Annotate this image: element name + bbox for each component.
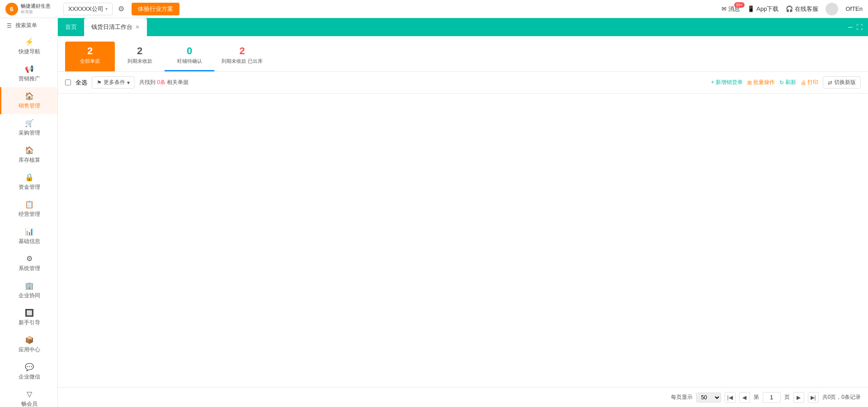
app-icon: 📱: [747, 5, 755, 12]
select-all-label: 全选: [75, 79, 87, 87]
total-label: 共0页，0条记录: [822, 393, 861, 401]
filter-icon: ⚑: [97, 80, 102, 86]
sidebar-item-cooperation[interactable]: 🏢 企业协同: [0, 277, 57, 304]
tab-home[interactable]: 首页: [58, 18, 84, 36]
logo-sub: 标准版: [21, 9, 51, 15]
next-page-button[interactable]: ▶: [793, 392, 804, 403]
refresh-label: 刷新: [785, 79, 796, 86]
trial-button[interactable]: 体验行业方案: [132, 3, 179, 15]
sidebar-item-basic-info[interactable]: 📊 基础信息: [0, 223, 57, 250]
sidebar-label-cooperation: 企业协同: [19, 292, 40, 299]
service-icon: 🎧: [786, 5, 793, 12]
tab-close-icon[interactable]: ✕: [135, 24, 140, 30]
last-page-button[interactable]: ▶|: [808, 392, 819, 403]
new-sale-button[interactable]: + 新增销货单: [711, 79, 743, 86]
app-label: App下载: [756, 5, 778, 13]
tab-active[interactable]: 钱货日清工作台 ✕: [84, 18, 147, 36]
sidebar-label-search: 搜索菜单: [15, 22, 37, 29]
switch-version-button[interactable]: ⇄ 切换新版: [823, 76, 861, 89]
found-text: 共找到 0条 相关单据: [139, 79, 189, 86]
inventory-icon: 🏠: [25, 146, 34, 154]
summary-tab-overdue[interactable]: 2 到期未收款: [115, 42, 165, 71]
finance-icon: 🔒: [25, 173, 34, 182]
tab-expand-icon[interactable]: ⛶: [856, 23, 863, 31]
summary-tab-pending[interactable]: 0 旺铺待确认: [165, 42, 214, 71]
tab-overdue-label: 到期未收款: [122, 58, 157, 65]
footer-pagination: 每页显示 50 100 200 |◀ ◀ 第 页 ▶ ▶| 共0页，0条记录: [58, 387, 868, 407]
sidebar-item-quick-nav[interactable]: ⚡ 快捷导航: [0, 33, 57, 60]
sidebar-label-purchase: 采购管理: [19, 129, 40, 137]
message-button[interactable]: ✉ 消息 99+: [722, 5, 740, 13]
tab-all-count: 2: [72, 45, 108, 57]
page-input[interactable]: [763, 392, 781, 403]
username[interactable]: OfTEn: [845, 5, 863, 12]
sidebar-label-operation: 经营管理: [19, 211, 40, 218]
per-page-select[interactable]: 50 100 200: [696, 393, 721, 402]
company-selector[interactable]: XXXXXX公司 ▾: [63, 3, 113, 15]
switch-label: 切换新版: [834, 79, 856, 86]
tab-bar: 首页 钱货日清工作台 ✕ ─ ⛶: [58, 18, 868, 36]
sidebar-label-system: 系统管理: [19, 265, 40, 272]
print-button[interactable]: 🖨 打印: [801, 79, 818, 86]
avatar[interactable]: [826, 3, 838, 15]
switch-icon: ⇄: [828, 80, 832, 86]
filter-button[interactable]: ⚑ 更多条件 ▾: [92, 76, 135, 89]
online-service-button[interactable]: 🎧 在线客服: [786, 5, 818, 13]
logo: 6 畅捷通好生意 标准版: [5, 3, 63, 15]
logo-text: 畅捷通好生意: [21, 3, 51, 9]
settings-icon[interactable]: ⚙: [116, 3, 126, 15]
tab-shipped-count: 2: [222, 45, 263, 57]
summary-tab-all[interactable]: 2 全部单据: [65, 42, 115, 71]
sidebar-item-system[interactable]: ⚙ 系统管理: [0, 250, 57, 277]
app-download-button[interactable]: 📱 App下载: [747, 5, 778, 13]
message-badge: 99+: [734, 2, 745, 8]
found-count: 0条: [157, 79, 165, 85]
tab-all-label: 全部单据: [72, 58, 108, 65]
sidebar-item-inventory[interactable]: 🏠 库存核算: [0, 141, 57, 168]
tab-minimize-icon[interactable]: ─: [848, 23, 853, 31]
first-page-button[interactable]: |◀: [725, 392, 736, 403]
sidebar-item-search-menu[interactable]: ☰ 搜索菜单: [0, 18, 57, 33]
sidebar-item-apps[interactable]: 📦 应用中心: [0, 331, 57, 358]
wechat-icon: 💬: [25, 363, 34, 371]
sidebar-item-guide[interactable]: 🔲 新手引导: [0, 304, 57, 331]
batch-operation-button[interactable]: ⊞ 批量操作: [747, 79, 775, 86]
select-all-checkbox[interactable]: [65, 80, 71, 85]
sidebar-item-finance[interactable]: 🔒 资金管理: [0, 168, 57, 196]
toolbar-left: 全选 ⚑ 更多条件 ▾ 共找到 0条 相关单据: [65, 76, 189, 89]
sidebar-item-wechat[interactable]: 💬 企业微信: [0, 358, 57, 385]
sidebar-label-quick-nav: 快捷导航: [19, 48, 40, 56]
found-suffix: 相关单据: [167, 79, 189, 85]
summary-tab-shipped[interactable]: 2 到期未收款 已出库: [214, 42, 270, 71]
batch-icon: ⊞: [747, 80, 752, 86]
basic-info-icon: 📊: [25, 227, 34, 236]
sidebar-item-operation[interactable]: 📋 经营管理: [0, 196, 57, 223]
sidebar-label-basic-info: 基础信息: [19, 238, 40, 245]
purchase-icon: 🛒: [25, 119, 34, 127]
chevron-down-icon: ▾: [105, 6, 108, 11]
filter-label: 更多条件: [104, 79, 125, 86]
main-content: 首页 钱货日清工作台 ✕ ─ ⛶ 2 全部单据 2 到期未收款: [58, 18, 868, 407]
page-label: 第: [754, 393, 759, 401]
sidebar-item-purchase[interactable]: 🛒 采购管理: [0, 114, 57, 141]
sidebar-label-sales: 销售管理: [19, 102, 40, 110]
sidebar-item-member[interactable]: ▽ 畅会员: [0, 385, 57, 407]
sidebar-label-inventory: 库存核算: [19, 156, 40, 164]
sidebar-label-apps: 应用中心: [19, 346, 40, 354]
quick-nav-icon: ⚡: [25, 37, 34, 46]
page-suffix: 页: [784, 393, 790, 401]
sidebar-item-sales[interactable]: 🏠 销售管理: [0, 87, 57, 114]
refresh-button[interactable]: ↻ 刷新: [779, 79, 796, 86]
sidebar: ☰ 搜索菜单 ⚡ 快捷导航 📢 营销推广 🏠 销售管理 🛒 采购管理 🏠 库存核…: [0, 18, 58, 407]
member-icon: ▽: [27, 390, 32, 398]
toolbar: 全选 ⚑ 更多条件 ▾ 共找到 0条 相关单据 + 新增销货单 ⊞: [58, 72, 868, 94]
sidebar-item-marketing[interactable]: 📢 营销推广: [0, 60, 57, 87]
apps-icon: 📦: [25, 336, 34, 344]
sidebar-label-wechat: 企业微信: [19, 373, 40, 381]
tab-shipped-label: 到期未收款 已出库: [222, 58, 263, 65]
prev-page-button[interactable]: ◀: [739, 392, 750, 403]
sidebar-label-finance: 资金管理: [19, 183, 40, 191]
service-label: 在线客服: [795, 5, 818, 13]
message-icon: ✉: [722, 5, 726, 12]
tab-overdue-count: 2: [122, 45, 157, 57]
